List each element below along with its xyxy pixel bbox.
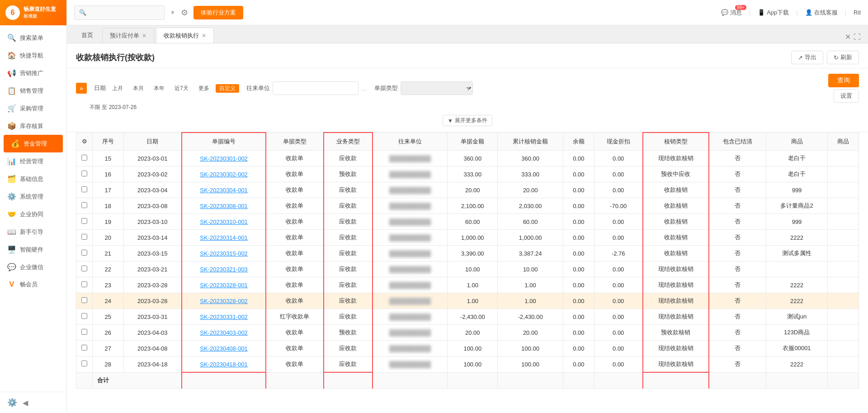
topbar-search-input[interactable] (88, 9, 160, 16)
sidebar-item-guide[interactable]: 📖 新手引导 (0, 223, 66, 241)
row-checkbox[interactable] (81, 155, 87, 161)
settings-button[interactable]: 设置 (834, 89, 859, 103)
tab-home[interactable]: 首页 (74, 28, 100, 43)
sidebar-item-inventory[interactable]: 📦 库存核算 (0, 117, 66, 135)
row-checkbox[interactable] (81, 218, 87, 224)
message-button[interactable]: 💬 消息 99+ (721, 9, 742, 17)
sidebar-item-sales[interactable]: 📋 销售管理 (0, 82, 66, 100)
td-cash-discount: 0.00 (594, 166, 642, 182)
doc-no-link[interactable]: SK-20230308-001 (200, 203, 248, 209)
date-cur-year-button[interactable]: 本年 (150, 84, 168, 93)
sidebar-item-label: 搜索菜单 (20, 34, 43, 42)
td-checkbox[interactable] (76, 356, 93, 373)
td-checkbox[interactable] (76, 182, 93, 198)
total-label: 合计 (93, 372, 182, 388)
row-checkbox[interactable] (81, 202, 87, 208)
topbar-search-box[interactable]: 🔍 (74, 5, 165, 20)
tab-close-all-icon[interactable]: ✕ (845, 33, 851, 41)
doc-no-link[interactable]: SK-20230310-001 (200, 218, 248, 225)
row-checkbox[interactable] (81, 234, 87, 240)
tab-payable-close-icon[interactable]: ✕ (142, 33, 146, 39)
row-checkbox[interactable] (81, 171, 87, 176)
sidebar-item-marketing[interactable]: 📢 营销推广 (0, 64, 66, 82)
sidebar-item-operation[interactable]: 📊 经营管理 (0, 152, 66, 170)
td-checkbox[interactable] (76, 230, 93, 246)
sidebar-item-company[interactable]: 🤝 企业协同 (0, 205, 66, 223)
sidebar-item-base[interactable]: 🗂️ 基础信息 (0, 170, 66, 188)
row-checkbox[interactable] (81, 186, 87, 192)
sidebar-item-shortcut[interactable]: 🏠 快捷导航 (0, 47, 66, 64)
date-7days-button[interactable]: 近7天 (171, 84, 192, 93)
td-checkbox[interactable] (76, 309, 93, 325)
td-checkbox[interactable] (76, 246, 93, 261)
expand-conditions-button[interactable]: ▼ 展开更多条件 (443, 115, 492, 126)
tab-payable[interactable]: 预计应付单 ✕ (102, 28, 154, 43)
sidebar-item-system[interactable]: ⚙️ 系统管理 (0, 188, 66, 205)
doc-no-link[interactable]: SK-20230321-003 (200, 266, 248, 273)
td-checkbox[interactable] (76, 166, 93, 182)
search-icon: 🔍 (7, 33, 16, 42)
export-button[interactable]: ↗ 导出 (791, 51, 823, 64)
sidebar-item-hardware[interactable]: 🖥️ 智能硬件 (0, 241, 66, 258)
td-checkbox[interactable] (76, 198, 93, 214)
sidebar-item-purchase[interactable]: 🛒 采购管理 (0, 100, 66, 117)
doc-no-link[interactable]: SK-20230302-002 (200, 171, 248, 178)
doc-no-link[interactable]: SK-20230408-001 (200, 345, 248, 352)
doc-no-link[interactable]: SK-20230418-001 (200, 361, 248, 368)
row-checkbox[interactable] (81, 329, 87, 335)
td-biz-type: 应收款 (324, 309, 373, 325)
td-checkbox[interactable] (76, 341, 93, 356)
row-checkbox[interactable] (81, 250, 87, 256)
refresh-button[interactable]: ↻ 刷新 (827, 51, 859, 64)
settings-icon[interactable]: ⚙️ (7, 398, 17, 408)
sidebar-item-wechat[interactable]: 💬 企业微信 (0, 258, 66, 276)
row-checkbox[interactable] (81, 345, 87, 351)
query-button[interactable]: 查询 (828, 74, 859, 87)
table-row: 25 2023-03-31 SK-20230331-002 红字收款单 应收款 … (76, 309, 859, 325)
collapse-icon[interactable]: ◀ (23, 399, 28, 407)
sidebar-item-search[interactable]: 🔍 搜索菜单 (0, 29, 66, 47)
td-checkbox[interactable] (76, 151, 93, 166)
doc-no-link[interactable]: SK-20230328-002 (200, 298, 248, 304)
td-balance: 0.00 (563, 261, 594, 277)
td-partner: ██████████ (373, 151, 448, 166)
doc-no-link[interactable]: SK-20230328-001 (200, 282, 248, 289)
th-settings[interactable]: ⚙ (76, 133, 93, 151)
doc-no-link[interactable]: SK-20230304-001 (200, 187, 248, 194)
td-cash-discount: -70.00 (594, 198, 642, 214)
td-checkbox[interactable] (76, 293, 93, 309)
sidebar-item-finance[interactable]: 💰 资金管理 (4, 135, 63, 152)
tab-receipt-exec[interactable]: 收款核销执行 ✕ (156, 28, 214, 43)
filter-toggle-button[interactable]: » (76, 83, 87, 94)
row-checkbox[interactable] (81, 361, 87, 366)
date-more-button[interactable]: 更多 (195, 84, 213, 93)
tab-expand-icon[interactable]: ⛶ (854, 33, 861, 41)
topbar-gear-icon[interactable]: ⚙ (181, 8, 188, 18)
row-checkbox[interactable] (81, 266, 87, 271)
partner-input[interactable] (273, 81, 359, 95)
doc-no-link[interactable]: SK-20230301-002 (200, 155, 248, 162)
doc-no-link[interactable]: SK-20230403-002 (200, 329, 248, 336)
row-checkbox[interactable] (81, 313, 87, 319)
row-checkbox[interactable] (81, 281, 87, 287)
user-name[interactable]: Rit (854, 9, 861, 16)
td-checkbox[interactable] (76, 214, 93, 230)
sidebar-item-member[interactable]: V 畅会员 (0, 276, 66, 293)
td-checkbox[interactable] (76, 277, 93, 293)
app-download-button[interactable]: 📱 App下载 (758, 9, 789, 17)
date-prev-month-button[interactable]: 上月 (108, 84, 127, 93)
partner-dots[interactable]: … (361, 85, 367, 92)
industry-solution-button[interactable]: 体验行业方案 (193, 6, 243, 19)
row-checkbox[interactable] (81, 297, 87, 303)
td-checkbox[interactable] (76, 261, 93, 277)
doc-no-link[interactable]: SK-20230315-002 (200, 250, 248, 257)
tab-receipt-exec-close-icon[interactable]: ✕ (202, 33, 206, 39)
doc-type-select[interactable] (401, 81, 473, 95)
date-custom-button[interactable]: 自定义 (216, 84, 239, 93)
doc-no-link[interactable]: SK-20230314-001 (200, 234, 248, 241)
td-checkbox[interactable] (76, 325, 93, 341)
online-service-button[interactable]: 👤 在线客服 (805, 9, 838, 17)
date-cur-month-button[interactable]: 本月 (129, 84, 147, 93)
doc-no-link[interactable]: SK-20230331-002 (200, 313, 248, 320)
td-doc-amount: 333.00 (448, 166, 498, 182)
